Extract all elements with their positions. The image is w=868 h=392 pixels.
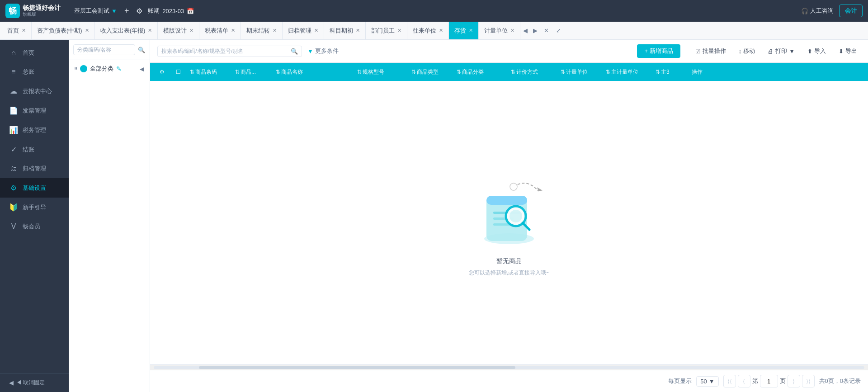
tab-close-tax-list[interactable]: ✕	[231, 28, 235, 33]
tab-close-dept[interactable]: ✕	[397, 28, 401, 33]
product-search-icon[interactable]: 🔍	[291, 48, 298, 55]
tab-close-income[interactable]: ✕	[148, 28, 152, 33]
sidebar-label-cloud: 云报表中心	[23, 87, 52, 95]
sidebar-item-member[interactable]: V 畅会员	[0, 217, 69, 236]
all-badge	[80, 65, 87, 72]
sidebar-item-basic-settings[interactable]: ⚙ 基础设置	[0, 178, 69, 198]
table-header: ⚙ ☐ ⇅ 商品条码 ⇅ 商品... ⇅ 商品名称	[150, 63, 868, 81]
th-main-unit[interactable]: ⇅ 主计量单位	[602, 68, 652, 76]
product-search-input[interactable]	[161, 48, 288, 54]
th-code[interactable]: ⇅ 商品...	[231, 68, 272, 76]
page-number-input[interactable]	[760, 375, 778, 387]
th-checkbox[interactable]: ☐	[170, 69, 186, 75]
th-unit[interactable]: ⇅ 计量单位	[557, 68, 602, 76]
th-settings[interactable]: ⚙	[154, 69, 170, 75]
home-icon: ⌂	[9, 49, 18, 57]
logo-area: 畅 畅捷通好会计 旗舰版	[5, 4, 69, 18]
tab-close-inventory[interactable]: ✕	[469, 28, 473, 33]
move-icon: ↕	[739, 48, 742, 55]
sidebar-label-ledger: 总账	[23, 68, 34, 76]
sidebar-item-tax[interactable]: 📊 税务管理	[0, 120, 69, 140]
th-col3[interactable]: ⇅ 主3	[652, 68, 688, 76]
sidebar-item-closing[interactable]: ✓ 结账	[0, 140, 69, 159]
sidebar-label-archive: 归档管理	[23, 165, 46, 173]
sidebar-label-member: 畅会员	[23, 222, 40, 231]
tab-close-balance[interactable]: ✕	[85, 28, 89, 33]
tab-home[interactable]: 首页 ✕	[2, 22, 32, 40]
new-product-button[interactable]: + 新增商品	[637, 44, 680, 58]
sidebar-item-home[interactable]: ⌂ 首页	[0, 43, 69, 62]
batch-operation-button[interactable]: ☑ 批量操作	[692, 45, 730, 57]
svg-point-7	[509, 210, 522, 222]
tab-inventory[interactable]: 存货 ✕	[449, 22, 479, 40]
tab-unit[interactable]: 计量单位 ✕	[479, 22, 520, 40]
tabs-prev-button[interactable]: ◀	[520, 22, 530, 40]
th-spec[interactable]: ⇅ 规格型号	[354, 68, 408, 76]
content-area: 🔍 ⠿ 全部分类 ✎ ◀ 🔍	[69, 40, 868, 392]
expand-tabs-button[interactable]: ⤢	[552, 22, 565, 40]
tab-close-home[interactable]: ✕	[22, 28, 26, 33]
tab-close-contacts[interactable]: ✕	[439, 28, 443, 33]
sidebar-item-invoice[interactable]: 📄 发票管理	[0, 101, 69, 120]
tab-close-archive[interactable]: ✕	[314, 28, 318, 33]
page-suffix: 页	[780, 377, 786, 385]
sidebar-item-ledger[interactable]: ≡ 总账	[0, 62, 69, 81]
tab-tax-list[interactable]: 税表清单 ✕	[199, 22, 241, 40]
tab-department[interactable]: 部门员工 ✕	[366, 22, 407, 40]
category-search-input[interactable]	[73, 44, 135, 55]
import-button[interactable]: ⬆ 导入	[804, 45, 830, 57]
logo-text-wrap: 畅捷通好会计 旗舰版	[23, 4, 61, 18]
tab-template[interactable]: 模版设计 ✕	[158, 22, 199, 40]
prev-page-button[interactable]: ⟨	[738, 375, 750, 387]
collapse-panel-icon[interactable]: ◀	[140, 66, 144, 72]
next-page-button[interactable]: ⟩	[788, 375, 800, 387]
close-all-tabs-button[interactable]: ✕	[540, 22, 552, 40]
tab-balance-sheet[interactable]: 资产负债表(中期) ✕	[32, 22, 95, 40]
company-selector[interactable]: 基层工会测试 ▼	[74, 7, 117, 15]
th-barcode[interactable]: ⇅ 商品条码	[186, 68, 231, 76]
tab-close-subject[interactable]: ✕	[356, 28, 360, 33]
edit-category-icon[interactable]: ✎	[116, 65, 122, 72]
toolbar-right: + 新增商品 ☑ 批量操作 ↕ 移动 🖨 打印	[637, 44, 861, 58]
empty-state: 暂无商品 您可以选择新增,或者直接导入哦~	[150, 81, 868, 364]
tab-close-period[interactable]: ✕	[273, 28, 277, 33]
th-type[interactable]: ⇅ 商品类型	[408, 68, 453, 76]
horizontal-scrollbar[interactable]	[150, 364, 868, 370]
tabs-next-button[interactable]: ▶	[530, 22, 540, 40]
logo-icon: 畅	[5, 4, 20, 18]
svg-point-10	[510, 183, 517, 190]
first-page-button[interactable]: ⟨⟨	[723, 375, 736, 387]
print-button[interactable]: 🖨 打印 ▼	[764, 45, 798, 57]
last-page-button[interactable]: ⟩⟩	[802, 375, 815, 387]
empty-desc: 您可以选择新增,或者直接导入哦~	[469, 269, 549, 277]
tab-subject-init[interactable]: 科目期初 ✕	[324, 22, 366, 40]
sidebar-item-cloud-report[interactable]: ☁ 云报表中心	[0, 81, 69, 101]
calendar-icon[interactable]: 📅	[187, 8, 194, 14]
right-panel: 🔍 ▼ 更多条件 + 新增商品 ☑ 批量操作 ↕	[150, 40, 868, 392]
add-tab-button[interactable]: +	[123, 6, 131, 16]
customer-service-button[interactable]: 🎧 人工咨询	[801, 7, 834, 15]
th-pricing[interactable]: ⇅ 计价方式	[507, 68, 557, 76]
sidebar-item-guide[interactable]: 🔰 新手引导	[0, 198, 69, 217]
search-bar: 🔍 ▼ 更多条件 + 新增商品 ☑ 批量操作 ↕	[150, 40, 868, 63]
settings-icon[interactable]: ⚙	[136, 7, 142, 15]
tab-close-template[interactable]: ✕	[189, 28, 193, 33]
export-button[interactable]: ⬇ 导出	[835, 45, 861, 57]
company-dropdown-icon: ▼	[111, 8, 117, 14]
tab-income[interactable]: 收入支出表(年报) ✕	[95, 22, 158, 40]
account-button[interactable]: 会计	[839, 5, 863, 17]
logo-sub: 旗舰版	[23, 11, 61, 18]
per-page-select[interactable]: 50 ▼	[696, 376, 718, 387]
tab-period-close[interactable]: 期末结转 ✕	[241, 22, 283, 40]
scrollbar-thumb[interactable]	[199, 366, 515, 369]
tab-archive[interactable]: 归档管理 ✕	[283, 22, 324, 40]
th-name[interactable]: ⇅ 商品名称	[272, 68, 354, 76]
sidebar-item-archive[interactable]: 🗂 归档管理	[0, 159, 69, 178]
move-button[interactable]: ↕ 移动	[735, 45, 759, 57]
tab-close-unit[interactable]: ✕	[510, 28, 514, 33]
tab-contacts[interactable]: 往来单位 ✕	[407, 22, 449, 40]
unpin-sidebar-button[interactable]: ◀ ◀ 取消固定	[0, 373, 69, 392]
th-category[interactable]: ⇅ 商品分类	[453, 68, 507, 76]
category-search-icon[interactable]: 🔍	[138, 47, 145, 53]
filter-button[interactable]: ▼ 更多条件	[307, 47, 339, 55]
